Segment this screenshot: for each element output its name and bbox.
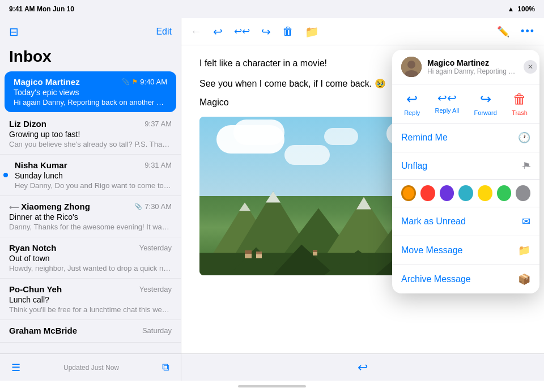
email-time: 9:37 AM	[144, 120, 172, 128]
reply-all-icon[interactable]: ↩↩	[234, 25, 250, 37]
status-time: 9:41 AM Mon Jun 10	[9, 5, 74, 13]
reply-button-label: Reply	[404, 109, 420, 116]
email-preview: Think you'll be free for a lunchtime cha…	[9, 305, 172, 314]
email-time: Saturday	[142, 326, 172, 335]
context-menu: Magico Martinez Hi again Danny, Reportin…	[392, 50, 539, 293]
reply-button[interactable]: ↩ Reply	[404, 91, 420, 116]
svg-marker-13	[356, 197, 371, 210]
svg-point-15	[407, 61, 415, 69]
archive-icon: 📦	[518, 273, 530, 286]
sidebar-toggle-button[interactable]: ⊟	[9, 25, 19, 39]
email-preview: Can you believe she's already so tall? P…	[9, 140, 172, 148]
email-preview: Howdy, neighbor, Just wanted to drop a q…	[9, 264, 172, 272]
attachment-icon: 📎	[122, 78, 130, 86]
forward-button-label: Forward	[474, 109, 497, 116]
home-bar	[238, 385, 306, 387]
compose-icon[interactable]: ✏️	[497, 25, 509, 38]
avatar	[401, 57, 422, 77]
color-orange[interactable]	[401, 185, 416, 201]
remind-me-item[interactable]: Remind Me 🕐	[392, 123, 539, 152]
svg-marker-12	[266, 191, 280, 203]
email-meta: 9:31 AM	[144, 161, 172, 169]
color-red[interactable]	[420, 185, 435, 201]
sidebar-footer: ☰ Updated Just Now ⧉	[0, 353, 181, 381]
email-list: Magico Martinez 📎 ⚑ 9:40 AM Today's epic…	[0, 70, 181, 353]
status-bar: 9:41 AM Mon Jun 10 ▲ 100%	[0, 0, 544, 18]
envelope-icon: ✉	[522, 215, 530, 228]
inbox-title: Inbox	[0, 45, 181, 70]
unflag-icon: ⚑	[522, 160, 530, 171]
email-sender: Po-Chun Yeh	[9, 284, 62, 294]
archive-message-label: Archive Message	[401, 274, 471, 284]
toolbar-right: ✏️ •••	[497, 25, 535, 38]
color-yellow[interactable]	[478, 185, 492, 201]
email-sender: Liz Dizon	[9, 119, 46, 129]
email-sender: Magico Martinez	[14, 77, 80, 87]
trash-icon[interactable]: 🗑	[282, 25, 294, 38]
email-sender: Ryan Notch	[9, 243, 56, 253]
archive-message-item[interactable]: Archive Message 📦	[392, 265, 539, 293]
context-menu-close-button[interactable]: ✕	[524, 60, 537, 74]
email-time: Yesterday	[139, 285, 172, 293]
email-time: 9:40 AM	[140, 78, 167, 86]
color-gray[interactable]	[516, 185, 530, 201]
trash-button-label: Trash	[512, 109, 528, 116]
mark-unread-item[interactable]: Mark as Unread ✉	[392, 207, 539, 236]
clock-icon: 🕐	[518, 131, 530, 144]
unflag-item[interactable]: Unflag ⚑	[392, 152, 539, 180]
action-buttons-row: ↩ Reply ↩↩ Reply All ↪ Forward 🗑 Trash	[392, 84, 539, 123]
email-meta: 9:37 AM	[144, 120, 172, 128]
trash-button[interactable]: 🗑 Trash	[512, 91, 528, 116]
email-preview: Hey Danny, Do you and Rigo want to come …	[9, 181, 172, 190]
remind-me-label: Remind Me	[401, 133, 448, 143]
home-indicator	[0, 381, 544, 392]
reply-all-button-label: Reply All	[435, 107, 460, 114]
email-item[interactable]: Nisha Kumar 9:31 AM Sunday lunch Hey Dan…	[0, 155, 181, 196]
email-item[interactable]: Ryan Notch Yesterday Out of town Howdy, …	[0, 237, 181, 279]
reply-icon[interactable]: ↩	[213, 25, 223, 39]
compose-button[interactable]: ⧉	[162, 361, 169, 373]
back-icon[interactable]: ←	[190, 25, 202, 38]
email-view: ← ↩ ↩↩ ↪ 🗑 📁 ✏️ ••• I felt like a charac…	[181, 18, 544, 381]
email-time: 7:30 AM	[144, 202, 172, 211]
email-subject: Dinner at the Rico's	[9, 212, 172, 221]
email-item[interactable]: ⟵ Xiaomeng Zhong 📎 7:30 AM Dinner at the…	[0, 196, 181, 237]
email-meta: 📎 ⚑ 9:40 AM	[122, 78, 167, 86]
more-icon[interactable]: •••	[521, 25, 535, 37]
email-item[interactable]: Po-Chun Yeh Yesterday Lunch call? Think …	[0, 279, 181, 320]
email-sender: ⟵ Xiaomeng Zhong	[9, 202, 90, 211]
forward-button-icon: ↪	[480, 91, 491, 107]
sidebar-toolbar: ⊟ Edit	[0, 18, 181, 45]
svg-marker-11	[239, 203, 250, 211]
attachment-icon: 📎	[134, 203, 142, 210]
email-time: 9:31 AM	[144, 161, 172, 169]
forward-icon[interactable]: ↪	[261, 25, 271, 39]
bottom-bar: ↩	[181, 353, 544, 381]
email-item[interactable]: Liz Dizon 9:37 AM Growing up too fast! C…	[0, 113, 181, 155]
footer-status: Updated Just Now	[20, 364, 162, 372]
color-purple[interactable]	[440, 185, 454, 201]
email-preview: Hi again Danny, Reporting back on anothe…	[14, 98, 167, 106]
context-menu-header: Magico Martinez Hi again Danny, Reportin…	[392, 50, 539, 84]
bottom-reply-icon[interactable]: ↩	[358, 360, 368, 375]
status-right: ▲ 100%	[507, 5, 535, 13]
move-message-item[interactable]: Move Message 📁	[392, 236, 539, 265]
color-green[interactable]	[497, 185, 512, 201]
folder-icon[interactable]: 📁	[305, 25, 319, 39]
email-item[interactable]: Magico Martinez 📎 ⚑ 9:40 AM Today's epic…	[5, 71, 176, 112]
color-teal[interactable]	[458, 185, 473, 201]
forward-button[interactable]: ↪ Forward	[474, 91, 497, 116]
trash-button-icon: 🗑	[513, 91, 526, 107]
email-item[interactable]: Graham McBride Saturday	[0, 320, 181, 343]
email-view-toolbar: ← ↩ ↩↩ ↪ 🗑 📁 ✏️ •••	[181, 18, 544, 45]
email-subject: Lunch call?	[9, 295, 172, 304]
sidebar: ⊟ Edit Inbox Magico Martinez 📎 ⚑ 9:40 AM	[0, 18, 181, 381]
unread-indicator	[3, 173, 8, 177]
flag-icon: ⚑	[132, 78, 138, 86]
edit-button[interactable]: Edit	[156, 27, 172, 37]
email-meta: 📎 7:30 AM	[134, 202, 172, 211]
battery-icon: 100%	[517, 5, 535, 13]
filter-button[interactable]: ☰	[11, 361, 20, 374]
reply-all-button[interactable]: ↩↩ Reply All	[435, 91, 460, 116]
wifi-icon: ▲	[507, 5, 514, 13]
